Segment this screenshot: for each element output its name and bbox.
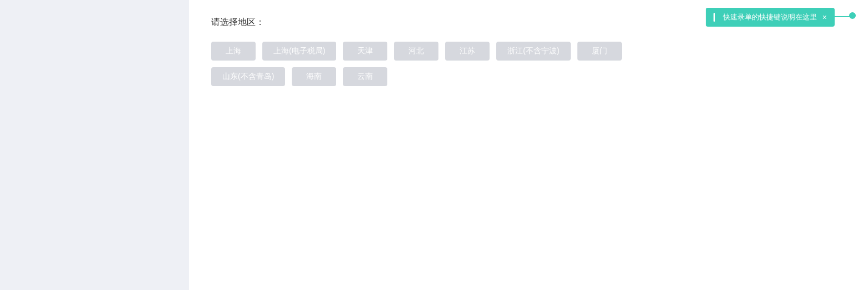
main-content: 请选择地区： 上海 上海(电子税局) 天津 河北 江苏 浙江(不含宁波) 厦门 … [189,0,868,290]
region-btn-yunnan[interactable]: 云南 [343,67,387,86]
region-btn-shandong[interactable]: 山东(不含青岛) [211,67,285,86]
sidebar [0,0,189,290]
tooltip-text: 快速录单的快捷键说明在这里 [723,12,817,22]
region-btn-jiangsu[interactable]: 江苏 [445,42,490,61]
region-buttons: 上海 上海(电子税局) 天津 河北 江苏 浙江(不含宁波) 厦门 [211,42,846,61]
tooltip-dot [849,12,856,19]
region-btn-xiamen[interactable]: 厦门 [577,42,622,61]
region-buttons-row2: 山东(不含青岛) 海南 云南 [211,67,846,86]
region-btn-hebei[interactable]: 河北 [394,42,438,61]
region-btn-tianjin[interactable]: 天津 [343,42,387,61]
region-btn-zhejiang[interactable]: 浙江(不含宁波) [496,42,570,61]
region-btn-shanghai[interactable]: 上海 [211,42,256,61]
region-btn-hainan[interactable]: 海南 [292,67,336,86]
region-btn-shanghai-etax[interactable]: 上海(电子税局) [262,42,336,61]
tooltip-connector [835,16,850,17]
tooltip-banner: 快速录单的快捷键说明在这里 × [706,8,835,27]
tooltip-close-button[interactable]: × [822,13,827,21]
